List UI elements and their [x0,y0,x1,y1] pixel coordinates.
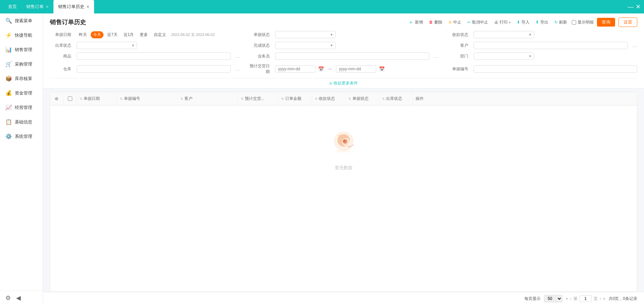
table-footer: 每页显示 50 20 100 « ‹ 第 页 › » 共0页，0条记录 [43,292,644,305]
quicknav-icon: ⚡ [5,32,12,38]
goods-input[interactable] [77,52,231,60]
collapse-sidebar-icon[interactable]: ◀ [16,294,21,302]
th-no[interactable]: ⇅ 单据编号 [117,92,178,105]
next-page-icon[interactable]: › [600,296,601,301]
column-settings-icon[interactable]: ⚙ [55,97,58,101]
sort-no-icon: ⇅ [120,97,123,101]
tab-sales-history-close[interactable]: ✕ [86,5,89,9]
cancel-stop-button[interactable]: ↩ 取消中止 [466,19,489,26]
th-op-label: 操作 [416,96,424,102]
minimize-icon[interactable]: — [628,3,634,10]
date-label: 单据日期 [50,32,74,38]
th-amount-label: 订单金额 [285,96,301,102]
first-page-icon[interactable]: « [566,296,568,301]
delete-button[interactable]: 🗑 删除 [428,19,444,26]
th-amount[interactable]: ⇅ 订单金额 [278,92,312,105]
pay-status-select[interactable]: ▾ [474,31,534,38]
filter-out-status-section: 出库状态 ▾ [50,42,240,49]
out-status-chevron-icon: ▾ [132,43,134,48]
delete-icon: 🗑 [429,20,433,25]
th-settings[interactable]: ⚙ [50,93,63,105]
date-more[interactable]: 更多 [137,31,150,38]
tab-sales-order[interactable]: 销售订单 ✕ [22,0,53,13]
select-all-checkbox[interactable] [68,97,72,101]
page-label-pre: 第 [573,296,577,302]
customer-input[interactable] [474,42,628,49]
department-chevron-icon: ▾ [529,54,531,59]
filter-row-3: 商品 … 业务员 … 部门 ▾ [50,52,637,60]
salesperson-input[interactable] [275,52,429,60]
date-last7[interactable]: 近7天 [105,31,120,38]
delivery-date-from[interactable] [275,65,315,73]
query-button[interactable]: 查询 [597,18,615,27]
bill-no-input[interactable] [474,65,637,73]
system-icon: ⚙️ [5,133,12,140]
sidebar-item-search[interactable]: 🔍 搜索菜单 [0,13,43,28]
sidebar-item-sales[interactable]: 📊 销售管理 [0,42,43,57]
add-button[interactable]: ＋ 新增 [407,18,424,27]
date-custom[interactable]: 自定义 [152,31,168,38]
sidebar-item-finance[interactable]: 💰 资金管理 [0,86,43,100]
customer-dots-icon[interactable]: … [632,42,637,48]
add-icon: ＋ [408,19,414,26]
tab-sales-history[interactable]: 销售订单历史 ✕ [53,0,94,13]
bill-status-select[interactable]: ▾ [275,31,336,38]
last-page-icon[interactable]: » [603,296,605,301]
warehouse-dots-icon[interactable]: … [235,66,240,72]
search-menu-icon: 🔍 [5,17,12,24]
out-status-select[interactable]: ▾ [77,42,137,49]
page-input[interactable] [579,295,592,302]
delivery-date-to[interactable] [336,65,376,73]
delivery-date-to-calendar-icon[interactable]: 📅 [379,66,385,72]
sidebar-item-system[interactable]: ⚙️ 系统管理 [0,129,43,144]
tab-home[interactable]: 首页 [3,0,22,13]
sidebar-item-search-label: 搜索菜单 [15,18,32,24]
bill-no-label: 单据编号 [447,66,471,72]
delete-label: 删除 [434,20,442,25]
date-last1m[interactable]: 近1月 [121,31,136,38]
sidebar-item-basic[interactable]: 📋 基础信息 [0,115,43,129]
sales-icon: 📊 [5,46,12,53]
per-page-select[interactable]: 50 20 100 [544,295,562,302]
sidebar-item-operation[interactable]: 📈 经营管理 [0,100,43,115]
warehouse-input[interactable] [77,65,231,73]
print-button[interactable]: 🖨 打印 ▾ [493,19,512,26]
th-out-status[interactable]: ⇅ 出库状态 [379,92,413,105]
date-yesterday[interactable]: 昨天 [77,31,89,38]
sort-customer-icon: ⇅ [180,97,183,101]
salesperson-dots-icon[interactable]: … [433,53,439,59]
stop-button[interactable]: ⊘ 中止 [447,19,463,26]
main-layout: 🔍 搜索菜单 ⚡ 快捷导航 📊 销售管理 🛒 采购管理 📦 库存核算 💰 资金管… [0,13,644,305]
delivery-date-from-calendar-icon[interactable]: 📅 [318,66,324,72]
complete-status-select[interactable]: ▾ [275,42,336,49]
th-date[interactable]: ⇅ 单据日期 [77,92,117,105]
filter-delivery-date-section: 预计交货日期 📅 — 📅 [248,63,439,75]
department-select[interactable]: ▾ [474,52,534,60]
tab-sales-order-close[interactable]: ✕ [46,5,49,9]
export-button[interactable]: ⬆ 导出 [534,19,550,26]
th-check[interactable] [63,93,77,104]
th-delivery[interactable]: ⇅ 预计交货... [238,92,278,105]
show-detail-checkbox[interactable]: 显示明细 [572,20,594,25]
close-window-icon[interactable]: ✕ [636,3,641,10]
refresh-button[interactable]: ↻ 刷新 [553,19,568,26]
sort-amount-icon: ⇅ [281,97,284,101]
collapse-bar[interactable]: ∧ 收起更多条件 [50,78,637,88]
settings-button[interactable]: 设置 [618,17,637,27]
sidebar-item-quicknav[interactable]: ⚡ 快捷导航 [0,28,43,42]
th-bill-status[interactable]: ⇅ 单据状态 [346,92,379,105]
collapse-up-icon: ∧ [329,81,332,86]
th-pay-status[interactable]: ⇅ 收款状态 [312,92,346,105]
settings-bottom-icon[interactable]: ⚙ [5,294,11,302]
sidebar-item-inventory[interactable]: 📦 库存核算 [0,71,43,86]
sidebar-item-purchase[interactable]: 🛒 采购管理 [0,57,43,71]
th-customer[interactable]: ⇅ 客户 [178,92,238,105]
warehouse-label: 仓库 [50,66,74,72]
import-button[interactable]: ⬇ 导入 [515,19,531,26]
date-today[interactable]: 今天 [91,31,103,38]
show-detail-input[interactable] [572,20,576,25]
goods-dots-icon[interactable]: … [235,53,240,59]
empty-text: 暂无数据 [335,165,352,171]
date-separator: — [327,67,333,71]
prev-page-icon[interactable]: ‹ [570,296,571,301]
